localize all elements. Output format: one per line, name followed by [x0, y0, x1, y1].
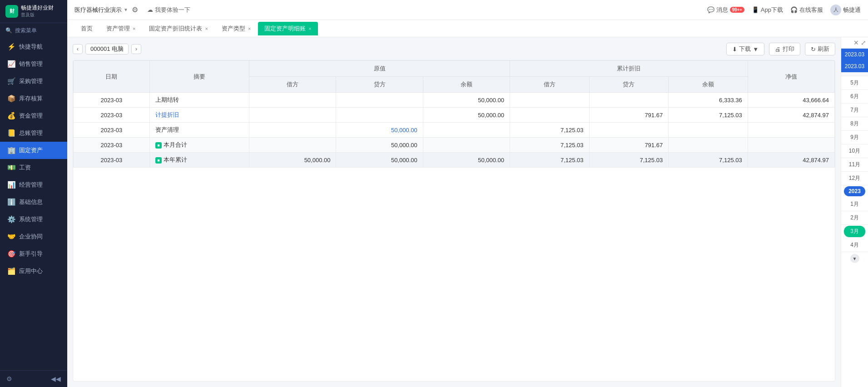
prev-asset-button[interactable]: ‹	[73, 44, 83, 54]
timeline-date-header2: 2023.03	[841, 60, 868, 72]
sidebar-item-basic-info[interactable]: ℹ️ 基础信息	[0, 194, 67, 211]
cell-accum-balance: 7,125.03	[669, 108, 748, 123]
cell-orig-balance: 50,000.00	[423, 93, 510, 108]
tab-asset-detail[interactable]: 固定资产明细账 ×	[258, 22, 317, 35]
next-asset-button[interactable]: ›	[131, 44, 141, 54]
quick-nav-icon: ⚡	[7, 43, 15, 51]
timeline-month-11[interactable]: 11月	[841, 158, 868, 172]
cell-date: 2023-03	[74, 123, 150, 138]
detail-toolbar: ‹ 000001 电脑 › ⬇ 下载 ▼ 🖨 打印 ↻	[73, 43, 835, 55]
sidebar-item-label: 应用中心	[19, 267, 43, 275]
support-icon: 🎧	[790, 6, 798, 13]
cell-date: 2023-03	[74, 108, 150, 123]
sidebar-item-quick-nav[interactable]: ⚡ 快捷导航	[0, 38, 67, 55]
timeline-month-6[interactable]: 6月	[841, 90, 868, 104]
timeline-expand-icon[interactable]: ⤢	[861, 39, 866, 46]
cell-orig-balance	[423, 123, 510, 138]
topbar-settings-icon[interactable]: ⚙	[132, 5, 138, 14]
sidebar-item-fixed-assets[interactable]: 🏢 固定资产	[0, 142, 67, 159]
sidebar-item-sales[interactable]: 📈 销售管理	[0, 55, 67, 73]
timeline-month-8[interactable]: 8月	[841, 117, 868, 131]
cell-orig-balance	[423, 138, 510, 153]
company-selector[interactable]: 医疗器械行业演示 ▼	[74, 6, 128, 14]
col-date: 日期	[74, 61, 150, 93]
subtotal-icon: ■	[155, 142, 162, 149]
tabs-bar: 首页 资产管理 × 固定资产折旧统计表 × 资产类型 × 固定资产明细账 ×	[67, 20, 868, 37]
app-logo-text: 畅捷通好业财 普及版	[21, 5, 54, 18]
cell-summary[interactable]: 计提折旧	[149, 108, 249, 123]
timeline-month-12[interactable]: 12月	[841, 172, 868, 185]
col-accum-credit: 贷方	[589, 77, 669, 93]
cell-orig-balance: 50,000.00	[423, 108, 510, 123]
cell-orig-debit	[249, 138, 336, 153]
cell-orig-credit	[336, 108, 423, 123]
sidebar-item-ledger[interactable]: 📒 总账管理	[0, 124, 67, 142]
cell-orig-debit	[249, 123, 336, 138]
inventory-icon: 📦	[7, 94, 15, 103]
sidebar-item-label: 固定资产	[19, 146, 43, 154]
tab-close-depreciation-stat[interactable]: ×	[205, 26, 208, 31]
cell-summary: 上期结转	[149, 93, 249, 108]
tab-home[interactable]: 首页	[74, 22, 99, 35]
cell-orig-credit: 50,000.00	[336, 153, 423, 168]
timeline-scroll-down-icon[interactable]: ▼	[850, 254, 859, 263]
cell-orig-debit: 50,000.00	[249, 153, 336, 168]
messages-badge: 99++	[730, 7, 744, 13]
cell-accum-balance	[669, 123, 748, 138]
toolbar-right: ⬇ 下载 ▼ 🖨 打印 ↻ 刷新	[726, 43, 835, 55]
print-button[interactable]: 🖨 打印	[769, 43, 800, 55]
sidebar-item-cooperation[interactable]: 🤝 企业协同	[0, 228, 67, 245]
user-profile[interactable]: 人 畅捷通	[830, 5, 861, 15]
messages-button[interactable]: 💬 消息 99++	[707, 6, 744, 14]
table-row: 2023-03 资产清理 50,000.00 7,125.03	[74, 123, 835, 138]
support-button[interactable]: 🎧 在线客服	[790, 6, 823, 14]
timeline-panel-header: ✕ ⤢	[841, 37, 868, 49]
sidebar-item-label: 采购管理	[19, 77, 43, 85]
timeline-month-10[interactable]: 10月	[841, 144, 868, 158]
tab-close-asset-detail[interactable]: ×	[308, 26, 311, 31]
experience-button[interactable]: ☁ 我要体验一下	[147, 6, 190, 14]
main-panel: ‹ 000001 电脑 › ⬇ 下载 ▼ 🖨 打印 ↻	[67, 37, 841, 387]
timeline-month-9[interactable]: 9月	[841, 131, 868, 144]
sidebar-item-operations[interactable]: 📊 经营管理	[0, 176, 67, 194]
tab-depreciation-stat[interactable]: 固定资产折旧统计表 ×	[143, 22, 214, 35]
timeline-month-5[interactable]: 5月	[841, 76, 868, 90]
tab-asset-mgmt[interactable]: 资产管理 ×	[100, 22, 142, 35]
timeline-month-7[interactable]: 7月	[841, 104, 868, 117]
timeline-close-icon[interactable]: ✕	[853, 39, 859, 46]
sidebar-item-system[interactable]: ⚙️ 系统管理	[0, 211, 67, 228]
timeline-month-4[interactable]: 4月	[841, 238, 868, 252]
sidebar-item-purchase[interactable]: 🛒 采购管理	[0, 73, 67, 90]
timeline-month-1[interactable]: 1月	[841, 198, 868, 211]
cell-orig-credit	[336, 93, 423, 108]
refresh-button[interactable]: ↻ 刷新	[805, 43, 835, 55]
col-accum-balance: 余额	[669, 77, 748, 93]
cell-accum-debit	[510, 93, 590, 108]
collapse-icon[interactable]: ◀◀	[51, 375, 61, 382]
download-button[interactable]: ⬇ 下载 ▼	[726, 43, 764, 55]
timeline-month-3[interactable]: 3月	[844, 226, 865, 238]
tab-close-asset-mgmt[interactable]: ×	[133, 26, 135, 31]
sidebar-item-app-center[interactable]: 🗂️ 应用中心	[0, 263, 67, 280]
col-accumulated-depreciation: 累计折旧	[510, 61, 748, 77]
app-download-button[interactable]: 📱 App下载	[752, 6, 783, 14]
sidebar-item-payroll[interactable]: 💵 工资	[0, 159, 67, 176]
sidebar-search[interactable]: 🔍 搜索菜单	[0, 23, 67, 38]
sidebar-footer: ⚙ ◀◀	[0, 370, 67, 387]
sidebar-item-inventory[interactable]: 📦 库存核算	[0, 90, 67, 107]
timeline-panel: ✕ ⤢ 2023.03 2023.03 5月 6月 7月 8月 9月 10月 1…	[841, 37, 868, 387]
timeline-month-2[interactable]: 2月	[841, 211, 868, 225]
table-row: 2023-03 计提折旧 50,000.00 791.67 7,125.03 4…	[74, 108, 835, 123]
cell-date: 2023-03	[74, 138, 150, 153]
sidebar-item-label: 系统管理	[19, 215, 43, 223]
settings-icon[interactable]: ⚙	[6, 375, 12, 382]
tab-close-asset-type[interactable]: ×	[248, 26, 251, 31]
tab-asset-type[interactable]: 资产类型 ×	[215, 22, 257, 35]
sidebar-item-guide[interactable]: 🎯 新手引导	[0, 245, 67, 263]
cell-accum-credit: 7,125.03	[589, 153, 669, 168]
download-icon: 📱	[752, 6, 759, 13]
cell-accum-credit	[589, 93, 669, 108]
cell-orig-credit: 50,000.00	[336, 138, 423, 153]
main-content: 医疗器械行业演示 ▼ ⚙ ☁ 我要体验一下 💬 消息 99++ 📱 App下载	[67, 0, 868, 387]
sidebar-item-capital[interactable]: 💰 资金管理	[0, 107, 67, 124]
